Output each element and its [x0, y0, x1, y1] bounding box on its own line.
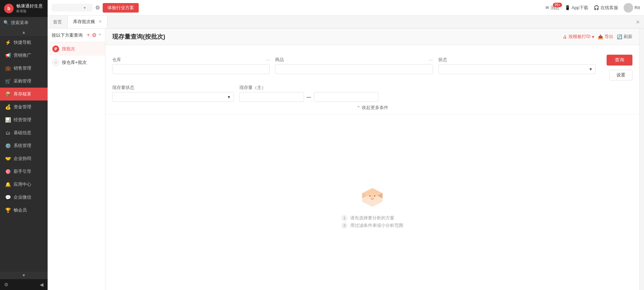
sales-icon: 💼 — [5, 66, 11, 71]
sidebar-item-sales[interactable]: 💼 销售管理 — [0, 62, 48, 75]
empty-state: 1 请先选择要分析的方案 2 用过滤条件来缩小分析范围 — [105, 114, 639, 290]
empty-icon — [355, 175, 389, 210]
left-panel-header: 按以下方案查询 + ⚙ « — [48, 29, 105, 42]
sidebar-item-finance[interactable]: 💰 资金管理 — [0, 101, 48, 113]
empty-step-2: 2 用过滤条件来缩小分析范围 — [341, 222, 403, 229]
empty-illustration — [355, 175, 389, 209]
sidebar-item-system[interactable]: ⚙️ 系统管理 — [0, 139, 48, 152]
plan-settings-icon[interactable]: ⚙ — [92, 32, 97, 38]
tab-inventory-batch[interactable]: 库存批次账 ✕ — [68, 16, 107, 28]
export-action[interactable]: 📤 导出 — [598, 34, 613, 40]
refresh-label: 刷新 — [624, 34, 632, 40]
sidebar-item-label: 企业协同 — [14, 156, 31, 162]
member-icon: 🏆 — [5, 207, 11, 213]
phone-icon: 📱 — [565, 5, 570, 10]
quick-nav-icon: ⚡ — [5, 40, 11, 45]
stock-status-select[interactable]: ▾ — [112, 92, 234, 102]
collapse-icon[interactable]: ◀ — [40, 282, 44, 287]
tab-home-label: 首页 — [53, 19, 62, 25]
tab-close-icon[interactable]: ✕ — [99, 19, 102, 24]
stock-main-filter: 现存量（主） — — [239, 85, 378, 102]
topbar-search[interactable]: ▾ — [52, 4, 92, 12]
avatar — [624, 3, 633, 13]
product-input[interactable] — [275, 64, 433, 74]
sidebar-item-enterprise[interactable]: 🤝 企业协同 — [0, 152, 48, 165]
tabbar: 首页 库存批次账 ✕ ✕ — [48, 16, 644, 29]
sidebar-item-label: 经营管理 — [14, 117, 31, 123]
sidebar-item-wechat[interactable]: 💬 企业微信 — [0, 191, 48, 204]
stock-main-from[interactable] — [239, 92, 304, 102]
sidebar-item-newbie[interactable]: 🎯 新手引导 — [0, 165, 48, 178]
appstore-icon: 🔔 — [5, 182, 11, 187]
tab-home[interactable]: 首页 — [48, 16, 68, 28]
sidebar-item-appstore[interactable]: 🔔 应用中心 — [0, 178, 48, 191]
print-action[interactable]: 🖨 按模板打印 ▾ — [563, 34, 594, 40]
topbar-settings-icon[interactable]: ⚙ — [95, 4, 100, 11]
sidebar-item-label: 资金管理 — [14, 104, 31, 110]
scroll-up-btn[interactable]: ▲ — [0, 29, 48, 36]
sidebar-item-marketing[interactable]: 📢 营销推广 — [0, 49, 48, 62]
system-icon: ⚙️ — [5, 143, 11, 148]
purchase-icon: 🛒 — [5, 78, 11, 84]
warehouse-input[interactable] — [112, 64, 270, 74]
warehouse-dots[interactable]: ··· — [266, 57, 270, 62]
query-button[interactable]: 查询 — [607, 55, 632, 66]
scroll-down-btn[interactable]: ▼ — [0, 272, 48, 279]
plan-item-batch[interactable]: 按批次 — [48, 42, 105, 56]
message-badge: 99+ — [553, 3, 562, 7]
topbar-search-input[interactable] — [55, 5, 82, 10]
stock-status-chevron-icon: ▾ — [228, 94, 230, 99]
sidebar-item-label: 基础信息 — [14, 130, 31, 136]
sidebar-search[interactable]: 🔍 搜索菜单 — [0, 17, 48, 29]
page-title: 现存量查询(按批次) — [112, 33, 165, 41]
online-service-action[interactable]: 🎧 在线客服 — [594, 5, 618, 11]
operations-icon: 📊 — [5, 117, 11, 123]
empty-step-1: 1 请先选择要分析的方案 — [341, 215, 403, 221]
message-action[interactable]: ✉ 消息 99+ — [545, 5, 559, 11]
add-plan-icon[interactable]: + — [87, 32, 90, 38]
app-download-action[interactable]: 📱 App下载 — [565, 5, 588, 11]
svg-point-10 — [374, 195, 375, 197]
step-2-label: 用过滤条件来缩小分析范围 — [350, 222, 403, 229]
chevron-down-icon[interactable]: ▾ — [84, 5, 86, 10]
refresh-action[interactable]: 🔄 刷新 — [617, 34, 632, 40]
sidebar-item-purchase[interactable]: 🛒 采购管理 — [0, 75, 48, 88]
status-chevron-icon: ▾ — [590, 67, 592, 72]
stock-main-to[interactable] — [314, 92, 378, 102]
basic-icon: 🗂 — [5, 130, 11, 135]
product-dots[interactable]: ··· — [429, 57, 433, 62]
sidebar-item-label: 库存核算 — [14, 91, 31, 97]
refresh-icon: 🔄 — [617, 34, 622, 39]
finance-icon: 💰 — [5, 104, 11, 110]
settings-icon[interactable]: ⚙ — [4, 282, 9, 287]
svg-point-4 — [55, 62, 56, 63]
newbie-icon: 🎯 — [5, 169, 11, 174]
tab-close-right-icon[interactable]: ✕ — [632, 16, 644, 28]
export-label: 导出 — [605, 34, 613, 40]
sidebar-item-quick-nav[interactable]: ⚡ 快捷导航 — [0, 36, 48, 49]
stock-status-label: 现存量状态 — [112, 85, 134, 91]
range-dash: — — [307, 94, 311, 99]
message-icon: ✉ — [545, 5, 549, 10]
svg-rect-0 — [54, 48, 57, 48]
user-profile[interactable]: Rit — [624, 3, 640, 13]
status-select[interactable]: ▾ — [438, 64, 596, 74]
settings-button[interactable]: 设置 — [609, 70, 632, 80]
status-filter: 状态 ▾ — [438, 57, 596, 74]
sidebar: b 畅康通好生意 标准版 🔍 搜索菜单 ▲ ⚡ 快捷导航 📢 营销推广 💼 销售… — [0, 0, 48, 290]
empty-steps-list: 1 请先选择要分析的方案 2 用过滤条件来缩小分析范围 — [341, 215, 403, 230]
sidebar-item-operations[interactable]: 📊 经营管理 — [0, 113, 48, 126]
left-panel-collapse-icon[interactable]: « — [99, 32, 101, 38]
sidebar-item-label: 快捷导航 — [14, 39, 31, 46]
enterprise-icon: 🤝 — [5, 156, 11, 161]
plan-item-warehouse-batch[interactable]: 按仓库+批次 — [48, 56, 105, 69]
sidebar-item-inventory[interactable]: 📦 库存核算 — [0, 88, 48, 101]
experience-button[interactable]: 体验行业方案 — [103, 3, 139, 13]
collapse-more-btn[interactable]: ⌃ 收起更多条件 — [112, 105, 632, 111]
plan-label-batch: 按批次 — [62, 46, 75, 52]
sidebar-item-member[interactable]: 🏆 畅会员 — [0, 204, 48, 217]
sidebar-item-basic[interactable]: 🗂 基础信息 — [0, 126, 48, 139]
tab-label: 库存批次账 — [73, 19, 95, 25]
svg-rect-2 — [54, 50, 56, 50]
plan-label-warehouse-batch: 按仓库+批次 — [62, 59, 87, 66]
